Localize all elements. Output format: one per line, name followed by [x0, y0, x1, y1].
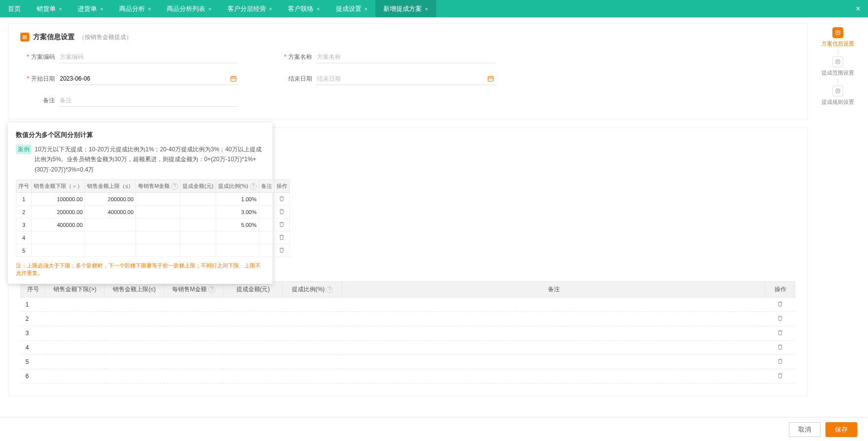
step-item[interactable]: 提成范围设置: [822, 56, 854, 77]
delete-icon[interactable]: [777, 316, 783, 323]
cell-upper: 200000.00: [85, 193, 136, 206]
end-date-label: 结束日期: [277, 75, 316, 83]
col-perm: 每销售M金额?: [164, 282, 224, 298]
rule-table: 序号 销售金额下限(>) 销售金额上限(≤) 每销售M金额? 提成金额(元) 提…: [20, 281, 795, 384]
cell-upper[interactable]: [105, 369, 164, 384]
plan-info-card: 方案信息设置 （按销售金额提成） 方案编码 方案名称 开始日期: [8, 23, 808, 119]
cell-amount[interactable]: [224, 326, 283, 341]
table-row: 1: [21, 298, 795, 312]
cell-ratio[interactable]: [283, 298, 342, 312]
cell-lower[interactable]: [46, 312, 105, 326]
tab-进货单[interactable]: 进货单×: [70, 0, 111, 17]
cell-remark[interactable]: [342, 341, 766, 355]
help-icon[interactable]: ?: [326, 286, 333, 293]
close-icon[interactable]: ×: [365, 6, 367, 12]
cell-amount[interactable]: [224, 298, 283, 312]
step-item[interactable]: 方案信息设置: [822, 27, 854, 47]
cell-perm[interactable]: [164, 355, 224, 369]
start-date-input[interactable]: [59, 72, 238, 85]
close-icon[interactable]: ×: [317, 6, 320, 12]
cell-op: [766, 341, 795, 355]
delete-icon[interactable]: [278, 248, 285, 254]
cell-lower[interactable]: [46, 369, 105, 384]
cell-upper: [85, 219, 136, 231]
delete-icon[interactable]: [278, 222, 285, 228]
cell-ratio[interactable]: [283, 355, 342, 369]
cell-perm[interactable]: [164, 369, 224, 384]
close-icon[interactable]: ×: [100, 6, 103, 12]
delete-icon[interactable]: [777, 302, 783, 309]
cell-perm[interactable]: [164, 312, 224, 326]
cell-amount[interactable]: [224, 341, 283, 355]
cell-seq: 3: [16, 219, 32, 231]
step-label: 提成规则设置: [822, 98, 854, 106]
tab-商品分析列表[interactable]: 商品分析列表×: [159, 0, 219, 17]
tab-销货单[interactable]: 销货单×: [29, 0, 70, 17]
cell-perm: [136, 231, 181, 244]
cell-remark[interactable]: [342, 326, 766, 341]
col-lower: 销售金额下限(>): [46, 282, 105, 298]
cell-upper: [85, 231, 136, 244]
delete-icon[interactable]: [278, 197, 285, 203]
cell-upper[interactable]: [105, 355, 164, 369]
cell-upper[interactable]: [105, 298, 164, 312]
tooltip-title: 数值分为多个区间分别计算: [16, 131, 265, 139]
pop-col-seq: 序号: [16, 180, 32, 193]
tab-提成设置[interactable]: 提成设置×: [328, 0, 375, 17]
close-icon[interactable]: ×: [148, 6, 151, 12]
plan-name-input[interactable]: [316, 50, 495, 63]
tab-首页[interactable]: 首页: [0, 0, 29, 17]
remark-input[interactable]: [59, 94, 238, 107]
close-icon[interactable]: ×: [425, 6, 428, 12]
calendar-icon[interactable]: [230, 75, 237, 82]
cell-remark[interactable]: [342, 369, 766, 384]
delete-icon[interactable]: [777, 345, 783, 352]
cell-lower[interactable]: [46, 298, 105, 312]
close-icon[interactable]: ×: [269, 6, 272, 12]
cell-op: [274, 206, 289, 219]
cell-amount: [181, 193, 216, 206]
cell-perm[interactable]: [164, 298, 224, 312]
tab-客户分层经营[interactable]: 客户分层经营×: [220, 0, 280, 17]
cell-upper[interactable]: [105, 341, 164, 355]
tab-客户联络[interactable]: 客户联络×: [280, 0, 327, 17]
cell-ratio[interactable]: [283, 341, 342, 355]
cell-remark[interactable]: [342, 355, 766, 369]
cell-upper[interactable]: [105, 312, 164, 326]
section-title: 方案信息设置: [33, 33, 75, 42]
col-seq: 序号: [21, 282, 46, 298]
cell-upper[interactable]: [105, 326, 164, 341]
cell-ratio[interactable]: [283, 312, 342, 326]
cell-amount[interactable]: [224, 369, 283, 384]
cell-amount[interactable]: [224, 355, 283, 369]
plan-code-input[interactable]: [59, 50, 238, 63]
cell-ratio[interactable]: [283, 326, 342, 341]
cell-lower[interactable]: [46, 355, 105, 369]
delete-icon[interactable]: [777, 330, 783, 337]
tab-商品分析[interactable]: 商品分析×: [111, 0, 159, 17]
cell-amount[interactable]: [224, 312, 283, 326]
cell-upper: 400000.00: [85, 206, 136, 219]
cell-perm[interactable]: [164, 326, 224, 341]
cell-perm[interactable]: [164, 341, 224, 355]
delete-icon[interactable]: [278, 235, 285, 241]
cell-seq: 4: [21, 341, 46, 355]
cell-remark[interactable]: [342, 312, 766, 326]
table-row: 3: [21, 326, 795, 341]
delete-icon[interactable]: [777, 373, 783, 380]
tab-新增提成方案[interactable]: 新增提成方案×: [375, 0, 436, 17]
step-item[interactable]: 提成规则设置: [822, 86, 854, 106]
pop-col-lower: 销售金额下限（＞）: [32, 180, 85, 193]
calendar-icon[interactable]: [487, 75, 494, 82]
cell-lower[interactable]: [46, 341, 105, 355]
help-icon[interactable]: ?: [208, 286, 215, 293]
cell-lower[interactable]: [46, 326, 105, 341]
delete-icon[interactable]: [278, 210, 285, 216]
cell-ratio[interactable]: [283, 369, 342, 384]
cell-remark[interactable]: [342, 298, 766, 312]
close-all-tabs-button[interactable]: ×: [848, 0, 868, 17]
close-icon[interactable]: ×: [59, 6, 62, 12]
end-date-input[interactable]: [316, 72, 495, 85]
close-icon[interactable]: ×: [208, 6, 211, 12]
delete-icon[interactable]: [777, 359, 783, 366]
